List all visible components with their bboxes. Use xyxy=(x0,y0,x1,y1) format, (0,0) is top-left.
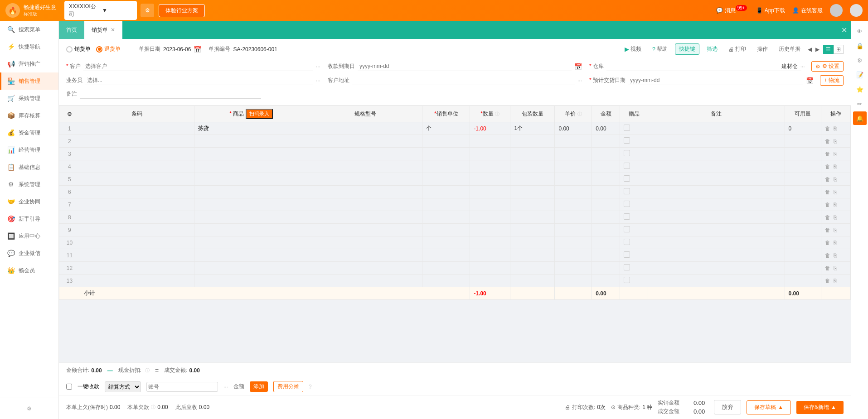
cell-amount[interactable] xyxy=(592,275,620,287)
view-list-button[interactable]: ☰ xyxy=(823,45,834,54)
cell-product[interactable] xyxy=(194,211,308,224)
cell-remark[interactable] xyxy=(648,211,785,224)
sidebar-settings-button[interactable]: ⚙ xyxy=(0,402,58,415)
sidebar-item-purchase[interactable]: 🛒 采购管理 xyxy=(0,90,58,107)
cell-product[interactable] xyxy=(194,198,308,211)
right-panel-star-button[interactable]: ⭐ xyxy=(853,82,867,96)
warehouse-more-icon[interactable]: ··· xyxy=(800,63,805,70)
cell-barcode[interactable] xyxy=(80,224,194,236)
settlement-method-select[interactable]: 结算方式 xyxy=(105,381,141,392)
cell-barcode[interactable] xyxy=(80,236,194,249)
cell-unit-price[interactable] xyxy=(555,262,592,275)
warehouse-input[interactable] xyxy=(606,62,801,71)
app-download-button[interactable]: 📱 App下载 xyxy=(756,7,785,14)
delete-icon[interactable]: 🗑 xyxy=(825,189,830,195)
cell-remark[interactable] xyxy=(648,148,785,160)
view-grid-button[interactable]: ⊞ xyxy=(834,45,844,54)
gift-checkbox[interactable] xyxy=(624,150,630,156)
cell-spec[interactable] xyxy=(308,148,422,160)
help-button[interactable]: ? 帮助 xyxy=(649,44,671,54)
delivery-date-input[interactable] xyxy=(628,76,803,85)
video-button[interactable]: ▶ 视频 xyxy=(621,44,645,54)
save-draft-button[interactable]: 保存草稿 ▲ xyxy=(747,400,791,414)
logistics-button[interactable]: + 物流 xyxy=(820,75,844,86)
cell-barcode[interactable] xyxy=(80,148,194,160)
gift-checkbox[interactable] xyxy=(624,201,630,207)
delete-icon[interactable]: 🗑 xyxy=(825,138,830,144)
cell-unit[interactable] xyxy=(422,198,470,211)
sidebar-item-basic-info[interactable]: 📋 基础信息 xyxy=(0,159,58,176)
payment-help-icon[interactable]: ? xyxy=(309,384,312,390)
cell-amount[interactable] xyxy=(592,224,620,236)
sidebar-item-system[interactable]: ⚙ 系统管理 xyxy=(0,176,58,193)
copy-icon[interactable]: ⎘ xyxy=(834,189,837,195)
delete-icon[interactable]: 🗑 xyxy=(825,151,830,157)
calendar-icon[interactable]: 📅 xyxy=(194,46,201,53)
sidebar-item-enterprise[interactable]: 🤝 企业协同 xyxy=(0,193,58,210)
cell-qty[interactable] xyxy=(470,135,510,148)
header-settings-button[interactable]: ⚙ xyxy=(141,4,154,17)
cell-spec[interactable] xyxy=(308,275,422,287)
fee-split-button[interactable]: 费用分摊 xyxy=(273,381,303,392)
right-panel-notification-button[interactable]: 🔔 xyxy=(853,111,867,125)
account-more-icon[interactable]: ··· xyxy=(223,384,228,390)
delete-icon[interactable]: 🗑 xyxy=(825,176,830,183)
copy-icon[interactable]: ⎘ xyxy=(834,265,837,271)
cell-qty[interactable] xyxy=(470,249,510,262)
cell-unit[interactable] xyxy=(422,148,470,160)
cell-unit[interactable] xyxy=(422,135,470,148)
cell-unit-price[interactable] xyxy=(555,160,592,173)
customer-input[interactable] xyxy=(83,62,313,71)
cell-spec[interactable] xyxy=(308,186,422,198)
cell-product[interactable] xyxy=(194,122,308,135)
cell-gift[interactable] xyxy=(620,249,648,262)
address-more-icon[interactable]: ··· xyxy=(577,77,582,84)
cell-pkg-qty[interactable] xyxy=(510,173,555,186)
cell-amount[interactable] xyxy=(592,198,620,211)
cell-barcode[interactable] xyxy=(80,135,194,148)
delete-icon[interactable]: 🗑 xyxy=(825,252,830,259)
cell-pkg-qty[interactable] xyxy=(510,211,555,224)
sidebar-item-inventory[interactable]: 📦 库存核算 xyxy=(0,107,58,124)
cell-spec[interactable] xyxy=(308,173,422,186)
cell-qty[interactable] xyxy=(470,148,510,160)
avatar-2[interactable] xyxy=(850,4,863,17)
cell-gift[interactable] xyxy=(620,262,648,275)
tab-sales-order[interactable]: 销货单 ✕ xyxy=(84,21,122,39)
payment-due-input[interactable] xyxy=(358,62,572,71)
cell-qty[interactable] xyxy=(470,275,510,287)
customer-address-input[interactable] xyxy=(352,76,575,85)
cell-qty[interactable] xyxy=(470,262,510,275)
account-input[interactable] xyxy=(146,382,218,392)
cell-product[interactable] xyxy=(194,173,308,186)
cell-spec[interactable] xyxy=(308,262,422,275)
nav-prev-icon[interactable]: ◀ xyxy=(808,46,812,53)
sidebar-item-business[interactable]: 📊 经营管理 xyxy=(0,141,58,159)
delete-icon[interactable]: 🗑 xyxy=(825,278,830,284)
delete-icon[interactable]: 🗑 xyxy=(825,202,830,208)
cell-gift[interactable] xyxy=(620,186,648,198)
cell-gift[interactable] xyxy=(620,160,648,173)
tab-close-icon[interactable]: ✕ xyxy=(111,27,115,33)
cell-qty[interactable] xyxy=(470,186,510,198)
cell-product[interactable] xyxy=(194,275,308,287)
cell-unit-price[interactable] xyxy=(555,275,592,287)
cell-remark[interactable] xyxy=(648,160,785,173)
cell-gift[interactable] xyxy=(620,224,648,236)
cell-unit-price[interactable] xyxy=(555,148,592,160)
cell-pkg-qty[interactable] xyxy=(510,249,555,262)
close-all-tabs-button[interactable]: ✕ xyxy=(841,26,847,34)
gift-checkbox[interactable] xyxy=(624,239,630,245)
cell-unit-price[interactable]: 0.00 xyxy=(555,122,592,135)
cell-unit-price[interactable] xyxy=(555,236,592,249)
gift-checkbox[interactable] xyxy=(624,251,630,258)
tab-home[interactable]: 首页 xyxy=(59,21,84,39)
cell-gift[interactable] xyxy=(620,198,648,211)
cell-barcode[interactable] xyxy=(80,173,194,186)
online-service-button[interactable]: 👤 在线客服 xyxy=(792,7,823,14)
cell-pkg-qty[interactable] xyxy=(510,236,555,249)
cell-unit[interactable] xyxy=(422,275,470,287)
gift-checkbox[interactable] xyxy=(624,188,630,194)
cell-spec[interactable] xyxy=(308,198,422,211)
cell-amount[interactable] xyxy=(592,236,620,249)
